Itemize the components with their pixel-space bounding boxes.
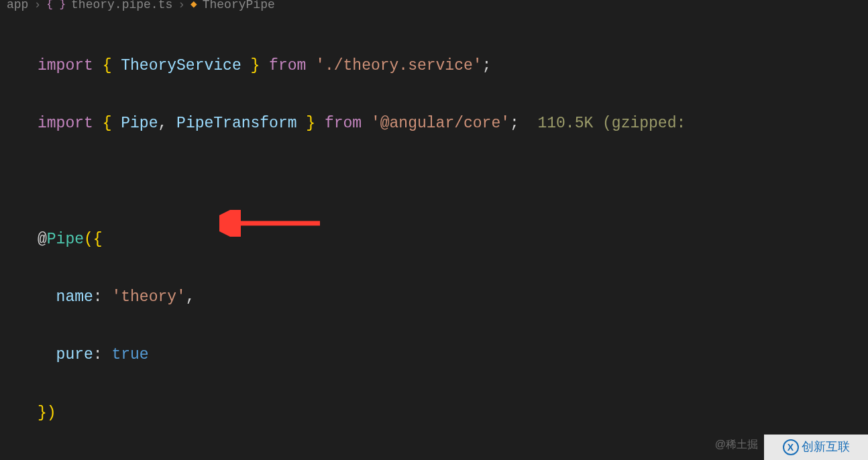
code-line: @Pipe({ — [38, 225, 861, 254]
code-line-empty — [38, 168, 861, 196]
import-size-hint: 110.5K (gzipped: — [519, 115, 686, 132]
code-editor[interactable]: import { TheoryService } from './theory.… — [0, 11, 868, 460]
class-symbol-icon: ◆ — [191, 0, 197, 12]
code-line: name: 'theory', — [38, 283, 861, 312]
watermark-logo: X 创新互联 — [764, 435, 868, 460]
file-ts-icon: { } — [46, 0, 66, 12]
code-line: import { Pipe, PipeTransform } from '@an… — [38, 109, 861, 138]
logo-text: 创新互联 — [802, 436, 850, 459]
code-line: export class TheoryPipe implements PipeT… — [38, 457, 861, 460]
logo-icon: X — [783, 439, 799, 455]
breadcrumb-bar: app › { } theory.pipe.ts › ◆ TheoryPipe — [0, 0, 868, 11]
code-line: }) — [38, 399, 861, 428]
watermark-text: @稀土掘 — [715, 435, 758, 455]
code-line: pure: true — [38, 341, 861, 369]
code-line: import { TheoryService } from './theory.… — [38, 52, 861, 80]
